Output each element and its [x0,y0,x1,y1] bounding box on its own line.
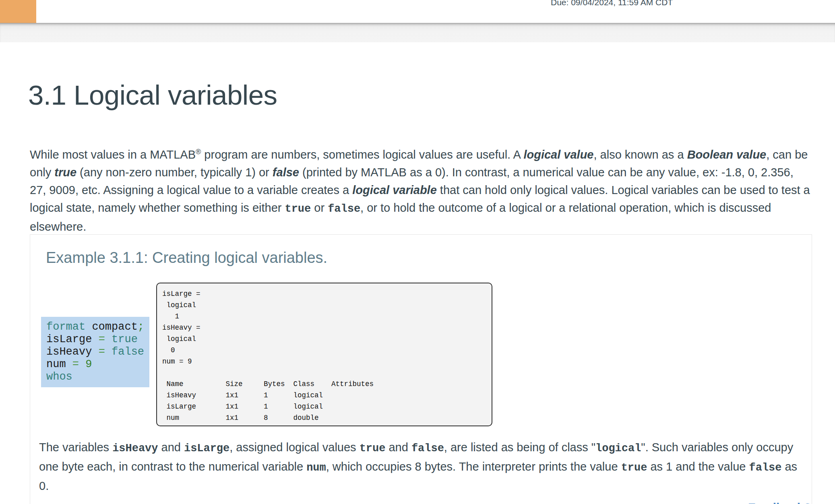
header-accent-block [0,0,36,23]
matlab-output-box: isLarge = logical 1 isHeavy = logical 0 … [156,283,492,426]
top-header-bar: Due: 09/04/2024, 11:59 AM CDT [0,0,835,23]
code-line: isHeavy = false [46,346,144,358]
code-line: format compact; [46,321,144,333]
page-root: Due: 09/04/2024, 11:59 AM CDT 3.1 Logica… [0,0,835,504]
code-line: isLarge = true [46,333,144,346]
toolbar-band [0,23,835,42]
page-title: 3.1 Logical variables [28,81,277,110]
example-activity-box: Example 3.1.1: Creating logical variable… [30,234,812,504]
intro-paragraph: While most values in a MATLAB® program a… [30,143,813,235]
explanation-paragraph: The variables isHeavy and isLarge, assig… [39,438,806,495]
feedback-link[interactable]: Feedback? [748,501,811,504]
code-snippet: format compact; isLarge = true isHeavy =… [41,317,149,387]
matlab-output-text: isLarge = logical 1 isHeavy = logical 0 … [162,288,492,423]
code-line: num = 9 [46,358,144,371]
code-line: whos [46,371,144,383]
due-date-label: Due: 09/04/2024, 11:59 AM CDT [551,0,673,7]
example-title: Example 3.1.1: Creating logical variable… [46,249,327,266]
